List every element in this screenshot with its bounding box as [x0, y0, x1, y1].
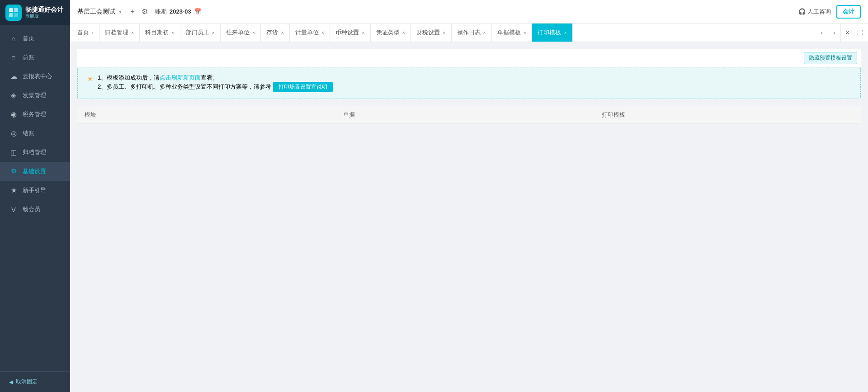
tab-close-icon[interactable]: ×	[524, 30, 526, 35]
sidebar-item-label: 总账	[23, 53, 34, 61]
company-name: 基层工会测试	[77, 8, 115, 16]
sidebar-item-home[interactable]: ⌂首页	[0, 29, 70, 48]
app-logo: 畅捷通好会计 旗舰版	[0, 0, 70, 25]
tab-print_template[interactable]: 打印模板×	[532, 24, 572, 42]
sidebar-item-guide[interactable]: ★新手引导	[0, 181, 70, 200]
sidebar-item-closing[interactable]: ◎结账	[0, 124, 70, 143]
sidebar-item-report[interactable]: ☁云报表中心	[0, 67, 70, 86]
notice-line1: 1、模板添加成功后，请点击刷新新页面查看。	[98, 74, 333, 82]
tab-customer[interactable]: 往来单位×	[221, 24, 261, 42]
company-selector[interactable]: 基层工会测试 ▾	[77, 8, 122, 16]
hide-preview-button[interactable]: 隐藏预置模板设置	[804, 52, 857, 64]
sidebar-item-ledger[interactable]: ≡总账	[0, 48, 70, 67]
tab-close-icon[interactable]: ×	[212, 30, 215, 35]
tab-close-icon[interactable]: ×	[402, 30, 405, 35]
sidebar-item-settings[interactable]: ⚙基础设置	[0, 162, 70, 181]
period-label: 账期	[155, 8, 167, 16]
sidebar-item-tax[interactable]: ◉税务管理	[0, 105, 70, 124]
tab-label: 计量单位	[295, 28, 319, 37]
tab-close-icon[interactable]: ×	[483, 30, 486, 35]
settings-icon[interactable]: ⚙	[142, 7, 148, 16]
sidebar-nav: ⌂首页≡总账☁云报表中心◈发票管理◉税务管理◎结账◫归档管理⚙基础设置★新手引导…	[0, 25, 70, 371]
tab-archive_mgmt[interactable]: 归档管理×	[99, 24, 140, 42]
notice-line1-prefix: 1、模板添加成功后，请	[98, 74, 160, 81]
tab-subject_init[interactable]: 科目期初×	[140, 24, 180, 42]
tab-close-icon[interactable]: ×	[564, 30, 566, 35]
tab-label: 部门员工	[186, 28, 209, 37]
tab-label: 打印模板	[538, 28, 561, 37]
cancel-fixed-icon: ◀	[9, 379, 13, 385]
cancel-fixed-button[interactable]: ◀ 取消固定	[0, 371, 70, 392]
svg-rect-0	[9, 8, 13, 12]
tab-close-all-button[interactable]: ✕	[841, 24, 854, 42]
sidebar-item-label: 首页	[23, 34, 34, 43]
print-template-table: 模块 单据 打印模板	[77, 106, 861, 124]
tab-next-button[interactable]: ›	[828, 24, 841, 42]
data-table: 模块 单据 打印模板	[77, 106, 861, 124]
sidebar-item-member[interactable]: V畅会员	[0, 200, 70, 219]
svg-rect-2	[9, 13, 13, 17]
tab-close-icon[interactable]: ×	[443, 30, 445, 35]
tab-close-icon[interactable]: ×	[171, 30, 174, 35]
sidebar-item-label: 云报表中心	[23, 72, 52, 80]
logo-icon	[5, 5, 22, 21]
col-print-template: 打印模板	[594, 106, 861, 124]
invoice-icon: ◈	[9, 91, 18, 99]
topbar: 基层工会测试 ▾ ＋ ⚙ 账期 2023-03 📅 🎧 人工咨询 会计	[70, 0, 868, 24]
ledger-icon: ≡	[9, 54, 18, 61]
sidebar-item-label: 税务管理	[23, 110, 46, 118]
tab-tax_settings[interactable]: 财税设置×	[411, 24, 451, 42]
settings-icon: ⚙	[9, 167, 18, 175]
tab-close-icon[interactable]: ×	[131, 30, 134, 35]
col-voucher: 单据	[336, 106, 594, 124]
accountant-label: 会计	[843, 8, 854, 15]
sidebar-item-label: 新手引导	[23, 186, 46, 194]
topbar-actions: ＋ ⚙	[129, 7, 148, 16]
notice-refresh-link[interactable]: 点击刷新新页面	[160, 74, 201, 81]
topbar-right: 🎧 人工咨询 会计	[798, 5, 861, 19]
tax-icon: ◉	[9, 110, 18, 118]
notice-line2-prefix: 2、多员工、多打印机、多种业务类型设置不同打印方案等，请参考	[98, 83, 271, 90]
sidebar-item-invoice[interactable]: ◈发票管理	[0, 86, 70, 105]
service-button[interactable]: 🎧 人工咨询	[798, 8, 831, 16]
notice-line1-suffix: 查看。	[201, 74, 218, 81]
sidebar-item-label: 发票管理	[23, 91, 46, 99]
print-scene-button[interactable]: 打印场景设置宣说明	[273, 82, 333, 92]
sidebar: 畅捷通好会计 旗舰版 ⌂首页≡总账☁云报表中心◈发票管理◉税务管理◎结账◫归档管…	[0, 0, 70, 392]
closing-icon: ◎	[9, 129, 18, 137]
tab-operation_log[interactable]: 操作日志×	[452, 24, 492, 42]
service-label: 人工咨询	[807, 8, 831, 16]
tabbar: 首页‹归档管理×科目期初×部门员工×往来单位×存货×计量单位×币种设置×凭证类型…	[70, 24, 868, 42]
tab-currency[interactable]: 币种设置×	[330, 24, 370, 42]
tab-voucher_type[interactable]: 凭证类型×	[371, 24, 411, 42]
accountant-button[interactable]: 会计	[836, 5, 861, 19]
tab-single_template[interactable]: 单据模板×	[492, 24, 532, 42]
tab-unit[interactable]: 计量单位×	[290, 24, 330, 42]
tab-close-icon[interactable]: ×	[281, 30, 283, 35]
logo-sub: 旗舰版	[25, 13, 63, 19]
guide-icon: ★	[9, 186, 18, 194]
tab-expand-button[interactable]: ⛶	[854, 24, 866, 42]
tab-home[interactable]: 首页‹	[72, 24, 99, 42]
tab-label: 操作日志	[457, 28, 481, 37]
top-actions: 隐藏预置模板设置	[77, 49, 861, 67]
tab-label: 存货	[266, 28, 278, 37]
tab-dept_staff[interactable]: 部门员工×	[180, 24, 221, 42]
company-dropdown-icon[interactable]: ▾	[119, 9, 122, 15]
tab-label: 财税设置	[416, 28, 440, 37]
sidebar-item-archive[interactable]: ◫归档管理	[0, 143, 70, 162]
calendar-icon[interactable]: 📅	[194, 8, 201, 15]
tab-home-nav-icon: ‹	[92, 30, 94, 35]
svg-rect-3	[14, 13, 18, 17]
member-icon: V	[9, 206, 18, 213]
tab-inventory[interactable]: 存货×	[261, 24, 289, 42]
notice-content: ☀ 1、模板添加成功后，请点击刷新新页面查看。 2、多员工、多打印机、多种业务类…	[87, 74, 851, 92]
tab-label: 科目期初	[145, 28, 169, 37]
cancel-fixed-label: 取消固定	[16, 378, 38, 386]
tab-prev-button[interactable]: ‹	[816, 24, 828, 42]
sidebar-item-label: 畅会员	[23, 205, 40, 213]
tab-close-icon[interactable]: ×	[321, 30, 324, 35]
tab-close-icon[interactable]: ×	[252, 30, 255, 35]
tab-close-icon[interactable]: ×	[362, 30, 364, 35]
add-icon[interactable]: ＋	[129, 7, 136, 16]
